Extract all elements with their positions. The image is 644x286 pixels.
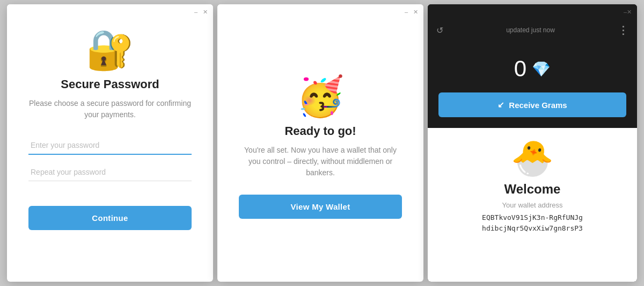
password-inputs-container [28,137,192,190]
wallet-address: EQBTkvoV91SjK3n-RgRfUNJg hdibcjNqr5QvxXi… [482,212,583,233]
panel1-title: Secure Password [61,77,159,91]
gem-icon: 💎 [532,60,551,78]
minimize-button-2[interactable]: – [405,9,408,15]
titlebar-2: – ✕ [217,4,423,19]
balance-amount: 0 [514,56,526,82]
minimize-button-1[interactable]: – [194,9,197,15]
welcome-title: Welcome [504,182,561,197]
panel2-title: Ready to go! [284,124,356,138]
receive-arrow-icon: ↙ [497,100,504,110]
password-input[interactable] [28,137,192,155]
close-button-2[interactable]: ✕ [413,9,418,15]
titlebar-1: – ✕ [7,4,213,19]
secure-password-window: – ✕ 🔐 Secure Password Please choose a se… [7,4,213,282]
refresh-icon[interactable]: ↺ [436,25,443,35]
panel1-subtitle: Please choose a secure password for conf… [28,98,192,120]
titlebar-3: – ✕ [428,4,637,19]
receive-grams-button[interactable]: ↙ Receive Grams [438,92,626,117]
party-face-icon: 🥳 [296,77,345,116]
receive-btn-container: ↙ Receive Grams [428,92,637,128]
view-wallet-button[interactable]: View My Wallet [239,195,402,219]
repeat-password-input[interactable] [28,163,192,181]
panel2-subtitle: You're all set. Now you have a wallet th… [239,145,402,178]
wallet-header: ↺ updated just now ⋮ [428,19,637,43]
chick-icon: 🐣 [511,141,554,175]
more-options-icon[interactable]: ⋮ [618,24,628,37]
close-button-1[interactable]: ✕ [203,9,208,15]
wallet-bottom: 🐣 Welcome Your wallet address EQBTkvoV91… [428,128,637,282]
ready-to-go-window: – ✕ 🥳 Ready to go! You're all set. Now y… [217,4,423,282]
wallet-address-line1: EQBTkvoV91SjK3n-RgRfUNJg [482,213,583,221]
receive-label: Receive Grams [509,101,567,110]
lock-key-icon: 🔐 [86,30,134,69]
panel2-content: 🥳 Ready to go! You're all set. Now you h… [217,19,423,282]
updated-text: updated just now [506,26,555,34]
panel1-content: 🔐 Secure Password Please choose a secure… [7,19,213,282]
wallet-address-label: Your wallet address [502,201,563,209]
balance-section: 0 💎 [428,43,637,92]
close-button-3[interactable]: ✕ [627,9,632,16]
wallet-window: – ✕ ↺ updated just now ⋮ 0 💎 ↙ Receive G… [428,4,637,282]
wallet-address-line2: hdibcjNqr5QvxXiw7gn8rsP3 [482,224,583,232]
continue-button[interactable]: Continue [28,206,192,230]
